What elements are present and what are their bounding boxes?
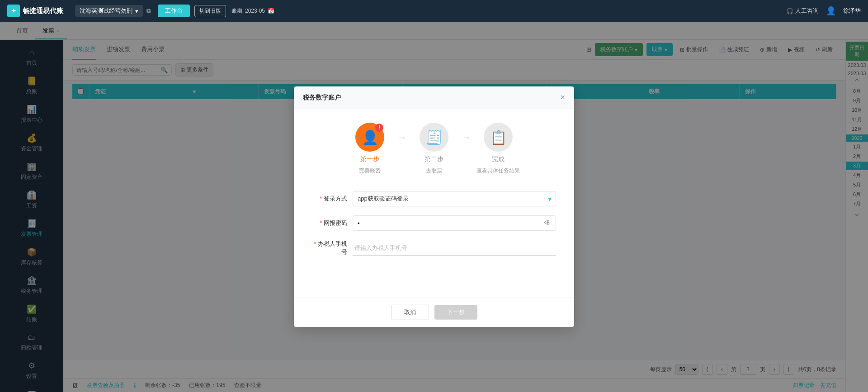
company-name: 沈海英测试经营勿删: [80, 7, 132, 15]
eye-icon[interactable]: 👁: [544, 219, 552, 227]
login-method-select[interactable]: app获取验证码登录: [353, 191, 556, 206]
cancel-button[interactable]: 取消: [391, 305, 429, 320]
modal-footer: 取消 下一步: [294, 297, 574, 327]
period-info: 账期 2023-05 📅: [231, 7, 274, 15]
header-right: 🎧 人工咨询 👤 徐泽华: [786, 6, 861, 16]
step-1-desc: 完善账密: [359, 167, 381, 175]
step-1: 👤 ! 第一步 完善账密: [347, 123, 392, 175]
workbench-button[interactable]: 工作台: [158, 5, 190, 17]
steps-row: 👤 ! 第一步 完善账密 → 🧾 第二步 去取票 →: [312, 123, 556, 175]
login-method-select-wrap: app获取验证码登录 ▾: [353, 191, 556, 206]
form-spacer: [312, 265, 556, 283]
step-2-icon-wrap: 🧾: [420, 123, 448, 152]
company-dropdown-icon: ▾: [135, 8, 138, 14]
modal-title: 税务数字账户: [303, 94, 341, 102]
calendar-icon[interactable]: 📅: [268, 8, 274, 14]
phone-required: *: [314, 240, 316, 247]
tax-digital-modal: 税务数字账户 × 👤 ! 第一步 完善账密 →: [294, 86, 574, 327]
password-input[interactable]: [353, 215, 556, 231]
form-row-login-method: * 登录方式 app获取验证码登录 ▾: [312, 191, 556, 206]
modal-overlay: 税务数字账户 × 👤 ! 第一步 完善账密 →: [0, 22, 868, 392]
step-3-icon-wrap: 📋: [484, 123, 513, 152]
user-name[interactable]: 徐泽华: [843, 7, 861, 15]
logo-icon: ✈: [7, 5, 20, 17]
step-1-error-badge: !: [375, 124, 383, 132]
step-arrow-2: →: [461, 123, 471, 143]
step-arrow-1: →: [397, 123, 407, 143]
company-selector[interactable]: 沈海英测试经营勿删 ▾: [75, 5, 143, 17]
login-method-label: * 登录方式: [312, 195, 353, 203]
form-row-password: * 网报密码 👁: [312, 215, 556, 231]
password-input-wrap: 👁: [353, 215, 556, 231]
copy-icon[interactable]: ⧉: [146, 7, 151, 14]
step-3-label: 完成: [492, 155, 505, 163]
form-row-phone: * 办税人手机号: [312, 240, 556, 256]
modal-close-button[interactable]: ×: [560, 93, 565, 102]
period-value: 2023-05: [245, 8, 265, 14]
phone-input[interactable]: [353, 240, 556, 256]
next-button[interactable]: 下一步: [434, 305, 477, 320]
step-2-icon: 🧾: [426, 129, 443, 145]
modal-form: * 登录方式 app获取验证码登录 ▾ * 网报密码: [312, 191, 556, 256]
step-1-icon: 👤: [362, 129, 378, 145]
step-1-label: 第一步: [360, 155, 379, 163]
password-required: *: [320, 220, 322, 226]
top-header: ✈ 畅捷通易代账 沈海英测试经营勿删 ▾ ⧉ 工作台 切到旧版 账期 2023-…: [0, 0, 868, 22]
step-2-desc: 去取票: [426, 167, 442, 175]
step-1-icon-wrap: 👤 !: [355, 123, 384, 152]
modal-body: 👤 ! 第一步 完善账密 → 🧾 第二步 去取票 →: [294, 109, 574, 297]
step-3-desc: 查看具体任务结果: [476, 167, 520, 175]
period-label: 账期: [231, 7, 242, 15]
phone-label: * 办税人手机号: [312, 240, 353, 256]
login-method-value: app获取验证码登录: [358, 195, 409, 203]
app-logo: ✈ 畅捷通易代账: [7, 5, 71, 17]
headset-icon: 🎧: [786, 8, 793, 14]
modal-header: 税务数字账户 ×: [294, 86, 574, 109]
service-label: 人工咨询: [795, 7, 819, 15]
avatar-icon: 👤: [826, 6, 836, 16]
step-3: 📋 完成 查看具体任务结果: [476, 123, 521, 175]
password-label: * 网报密码: [312, 219, 353, 227]
app-name: 畅捷通易代账: [23, 7, 63, 15]
step-2: 🧾 第二步 去取票: [411, 123, 457, 175]
step-3-icon: 📋: [490, 129, 507, 145]
switch-old-button[interactable]: 切到旧版: [194, 5, 226, 17]
login-method-required: *: [320, 195, 322, 202]
step-2-label: 第二步: [425, 155, 443, 163]
service-button[interactable]: 🎧 人工咨询: [786, 7, 819, 15]
